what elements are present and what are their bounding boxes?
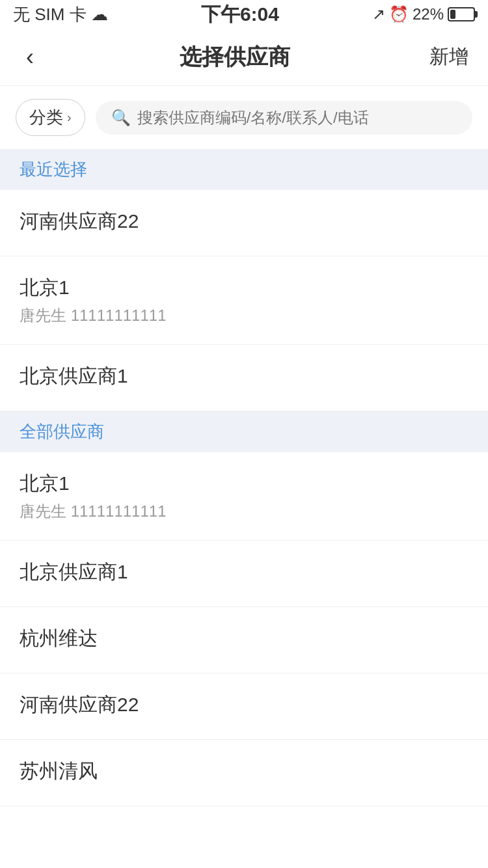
list-item[interactable]: 河南供应商22 <box>0 673 488 740</box>
location-icon: ↗ <box>372 5 385 23</box>
item-sub: 唐先生 11111111111 <box>20 501 468 522</box>
recent-section-header: 最近选择 <box>0 149 488 190</box>
status-right: ↗ ⏰ 22% <box>372 5 475 23</box>
item-name: 苏州清风 <box>20 758 468 785</box>
add-button[interactable]: 新增 <box>429 44 468 70</box>
item-name: 河南供应商22 <box>20 692 468 718</box>
search-icon: 🔍 <box>111 109 131 127</box>
search-box[interactable]: 🔍 <box>96 101 472 135</box>
status-time: 下午6:04 <box>201 1 279 28</box>
chevron-icon: › <box>67 110 72 125</box>
search-input[interactable] <box>137 109 457 127</box>
battery-icon <box>448 7 475 21</box>
item-name: 河南供应商22 <box>20 208 468 235</box>
list-item[interactable]: 北京供应商1 <box>0 541 488 607</box>
category-label: 分类 <box>29 106 63 129</box>
page-title: 选择供应商 <box>180 42 290 72</box>
list-item[interactable]: 北京1唐先生 11111111111 <box>0 452 488 541</box>
battery-percent: 22% <box>413 5 444 23</box>
status-bar: 无 SIM 卡 ☁ 下午6:04 ↗ ⏰ 22% <box>0 0 488 29</box>
back-button[interactable]: ‹ <box>20 37 40 77</box>
status-left: 无 SIM 卡 ☁ <box>13 3 108 26</box>
alarm-icon: ⏰ <box>389 5 409 23</box>
list-item[interactable]: 北京1唐先生 11111111111 <box>0 256 488 345</box>
list-item[interactable]: 北京供应商1 <box>0 345 488 411</box>
all-list: 北京1唐先生 11111111111北京供应商1杭州维达河南供应商22苏州清风 <box>0 452 488 806</box>
all-section-header: 全部供应商 <box>0 411 488 452</box>
list-item[interactable]: 苏州清风 <box>0 740 488 806</box>
item-name: 北京1 <box>20 470 468 497</box>
category-filter[interactable]: 分类 › <box>16 99 85 136</box>
list-item[interactable]: 河南供应商22 <box>0 190 488 256</box>
item-name: 北京供应商1 <box>20 559 468 586</box>
item-sub: 唐先生 11111111111 <box>20 305 468 326</box>
recent-list: 河南供应商22北京1唐先生 11111111111北京供应商1 <box>0 190 488 411</box>
item-name: 北京供应商1 <box>20 363 468 390</box>
nav-bar: ‹ 选择供应商 新增 <box>0 29 488 86</box>
filter-bar: 分类 › 🔍 <box>0 86 488 149</box>
item-name: 杭州维达 <box>20 625 468 652</box>
item-name: 北京1 <box>20 275 468 301</box>
sim-label: 无 SIM 卡 ☁ <box>13 3 108 26</box>
list-item[interactable]: 杭州维达 <box>0 607 488 673</box>
